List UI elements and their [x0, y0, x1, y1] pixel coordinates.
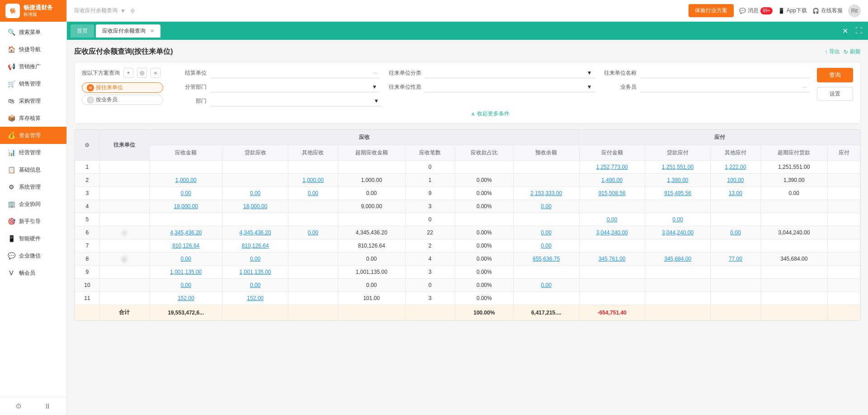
partner-name-input[interactable] [640, 68, 810, 78]
table-cell[interactable] [711, 239, 760, 253]
table-cell[interactable] [579, 279, 645, 292]
table-cell[interactable] [222, 213, 288, 226]
table-cell[interactable]: 152.00 [150, 292, 222, 305]
table-cell[interactable]: 1,252,773.00 [579, 161, 645, 174]
table-cell[interactable]: 152.00 [222, 292, 288, 305]
table-cell[interactable] [288, 266, 338, 279]
table-cell[interactable] [645, 200, 710, 213]
add-filter-btn[interactable]: + [123, 68, 133, 78]
table-cell[interactable]: 345,761.00 [579, 253, 645, 266]
table-cell[interactable]: 3,044,240.00 [579, 226, 645, 239]
table-cell[interactable] [645, 279, 710, 292]
table-cell[interactable]: 345,684.00 [645, 253, 710, 266]
table-cell[interactable]: 0.00 [150, 279, 222, 292]
department-select[interactable]: ▼ [210, 96, 382, 106]
table-cell[interactable]: 18,000.00 [150, 200, 222, 213]
table-cell[interactable]: 18,000.00 [222, 200, 288, 213]
table-cell[interactable]: 4,345,436.20 [222, 226, 288, 239]
table-cell[interactable] [514, 161, 579, 174]
filter-by-partner[interactable]: w 按往来单位 [82, 82, 163, 93]
collapse-bar[interactable]: ∧ 收起更多条件 [170, 110, 810, 118]
table-cell[interactable]: 1,001,135.00 [222, 266, 288, 279]
table-cell[interactable]: 915,495.56 [645, 187, 710, 200]
table-cell[interactable]: 0.00 [150, 253, 222, 266]
table-cell[interactable]: 0.00 [514, 279, 579, 292]
dropdown-icon[interactable]: ▼ [120, 8, 126, 14]
filter-collapse-btn[interactable]: « [151, 68, 160, 78]
salesperson-input[interactable]: ··· [640, 82, 810, 92]
sidebar-item-vip[interactable]: V 畅会员 [0, 264, 66, 281]
table-cell[interactable]: 1,251,551.00 [645, 161, 710, 174]
sidebar-item-guide[interactable]: 🎯 新手引导 [0, 213, 66, 230]
trial-btn[interactable]: 体验行业方案 [689, 4, 734, 17]
table-cell[interactable] [711, 266, 760, 279]
table-settings-icon[interactable]: ⚙ [85, 142, 90, 148]
sidebar-item-enterprise[interactable]: 🏢 企业协同 [0, 196, 66, 213]
table-cell[interactable]: 810,126.64 [222, 239, 288, 253]
tab-home[interactable]: 首页 [71, 24, 94, 38]
table-cell[interactable]: 0.00 [222, 279, 288, 292]
settings-icon[interactable]: ⚙ [15, 402, 22, 410]
table-cell[interactable] [579, 266, 645, 279]
table-cell[interactable] [150, 161, 222, 174]
app-download-btn[interactable]: 📱 App下载 [778, 7, 807, 14]
table-cell[interactable]: 77.00 [711, 253, 760, 266]
table-cell[interactable]: 0.00 [222, 187, 288, 200]
table-cell[interactable] [288, 292, 338, 305]
table-cell[interactable] [514, 266, 579, 279]
table-cell[interactable] [711, 279, 760, 292]
sidebar-item-wechat[interactable]: 💬 企业微信 [0, 247, 66, 264]
gear-icon[interactable]: ⚙ [130, 8, 135, 14]
table-cell[interactable] [222, 174, 288, 187]
sidebar-item-basic[interactable]: 📋 基础信息 [0, 161, 66, 178]
table-cell[interactable] [288, 213, 338, 226]
sidebar-item-marketing[interactable]: 📢 营销推广 [0, 58, 66, 75]
messages-btn[interactable]: 💬 消息 99+ [739, 7, 773, 14]
table-cell[interactable] [288, 200, 338, 213]
close-tab-btn[interactable]: ✕ [840, 25, 850, 37]
table-cell[interactable]: 0.00 [711, 226, 760, 239]
settlement-dots[interactable]: ··· [373, 70, 377, 76]
table-cell[interactable]: 0.00 [222, 253, 288, 266]
table-cell[interactable]: 810,126.64 [150, 239, 222, 253]
export-btn[interactable]: ↑ 导出 [825, 48, 840, 56]
sidebar-item-hardware[interactable]: 📱 智能硬件 [0, 230, 66, 247]
sidebar-item-system[interactable]: ⚙ 系统管理 [0, 178, 66, 196]
table-cell[interactable] [711, 292, 760, 305]
salesperson-dots[interactable]: ··· [802, 84, 807, 90]
table-cell[interactable]: 655,636.75 [514, 253, 579, 266]
table-cell[interactable] [150, 213, 222, 226]
table-cell[interactable]: 0.00 [514, 226, 579, 239]
table-cell[interactable] [579, 200, 645, 213]
table-cell[interactable] [645, 239, 710, 253]
sidebar-item-search[interactable]: 🔍 搜索菜单 [0, 24, 66, 41]
table-cell[interactable] [222, 161, 288, 174]
table-cell[interactable]: 1,390.00 [645, 174, 710, 187]
table-cell[interactable] [288, 161, 338, 174]
th-settings[interactable]: ⚙ [75, 130, 100, 161]
table-cell[interactable]: 1,001,135.00 [150, 266, 222, 279]
sidebar-item-operations[interactable]: 📊 经营管理 [0, 144, 66, 161]
sidebar-item-sales[interactable]: 🛒 销售管理 [0, 75, 66, 92]
table-cell[interactable]: 0.00 [288, 226, 338, 239]
tab-arbalance[interactable]: 应收应付余额查询 ✕ [96, 24, 160, 38]
sidebar-item-finance[interactable]: 💰 资金管理 [0, 127, 66, 144]
filter-settings-btn[interactable]: ◎ [137, 68, 147, 78]
table-cell[interactable]: 4,345,436.20 [150, 226, 222, 239]
query-button[interactable]: 查询 [817, 68, 853, 82]
table-cell[interactable] [579, 292, 645, 305]
expand-tab-btn[interactable]: ⛶ [854, 25, 864, 37]
table-cell[interactable] [711, 200, 760, 213]
table-cell[interactable]: 0.00 [645, 213, 710, 226]
table-cell[interactable]: 13.00 [711, 187, 760, 200]
table-cell[interactable] [514, 174, 579, 187]
table-cell[interactable] [288, 253, 338, 266]
settings-button[interactable]: 设置 [817, 87, 853, 101]
table-cell[interactable]: 0.00 [514, 200, 579, 213]
table-cell[interactable]: 915,508.56 [579, 187, 645, 200]
settlement-unit-input[interactable]: ··· [210, 68, 380, 78]
table-cell[interactable]: 1,490.00 [579, 174, 645, 187]
sidebar-item-purchase[interactable]: 🛍 采购管理 [0, 92, 66, 110]
table-cell[interactable]: 1,222.00 [711, 161, 760, 174]
table-cell[interactable]: 100.00 [711, 174, 760, 187]
